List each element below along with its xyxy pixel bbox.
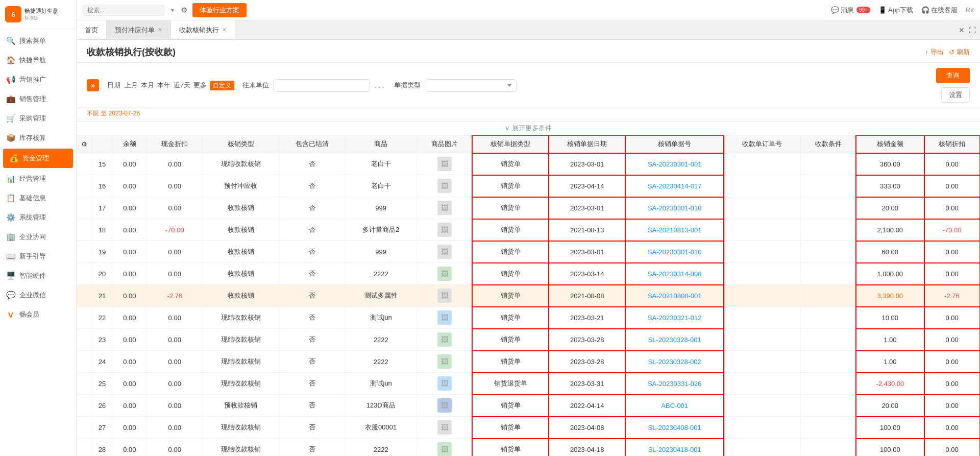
tab-controls: ✕ ⛶ xyxy=(954,20,980,39)
cell-gear xyxy=(77,373,92,395)
cell-verify-type: 收款核销 xyxy=(203,285,279,307)
user-name[interactable]: Rit xyxy=(966,6,974,14)
col-verify-discount: 核销折扣 xyxy=(924,135,980,153)
partner-dots[interactable]: ... xyxy=(374,81,385,90)
table-row[interactable]: 23 0.00 0.00 现结收款核销 否 2222 🖼 销货单 2023-03… xyxy=(77,329,980,351)
table-row[interactable]: 21 0.00 -2.76 收款核销 否 测试多属性 🖼 销货单 2021-08… xyxy=(77,285,980,307)
sidebar-item-system[interactable]: ⚙️ 系统管理 xyxy=(0,208,76,227)
cell-balance: 0.00 xyxy=(112,197,147,219)
topbar-search-input[interactable] xyxy=(83,5,164,16)
partner-input[interactable] xyxy=(273,79,370,92)
trial-btn[interactable]: 体验行业方案 xyxy=(192,3,247,17)
cell-receipt-order-no xyxy=(724,153,800,175)
cell-goods: 999 xyxy=(345,241,417,263)
cell-verify-doc-type: 销货单 xyxy=(472,285,549,307)
filter-toggle-btn[interactable]: » xyxy=(87,79,99,91)
date-last-month[interactable]: 上月 xyxy=(125,81,138,90)
online-service-btn[interactable]: 🎧 在线客服 xyxy=(921,6,958,15)
sidebar-item-enterprise[interactable]: 🏢 企业协同 xyxy=(0,227,76,247)
cell-verify-amount: -2,430.00 xyxy=(856,373,924,395)
cell-goods: 衣服00001 xyxy=(345,417,417,439)
sidebar-item-quick-nav[interactable]: 🏠 快捷导航 xyxy=(0,51,76,70)
query-btn[interactable]: 查询 xyxy=(936,68,970,83)
cell-receipt-condition xyxy=(800,175,856,197)
table-row[interactable]: 17 0.00 0.00 收款核销 否 999 🖼 销货单 2023-03-01… xyxy=(77,197,980,219)
sidebar-item-marketing[interactable]: 📢 营销推广 xyxy=(0,70,76,89)
sidebar-item-search[interactable]: 🔍 搜索菜单 xyxy=(0,31,76,51)
sidebar-item-basic-info[interactable]: 📋 基础信息 xyxy=(0,188,76,208)
col-gear[interactable]: ⚙ xyxy=(77,135,92,153)
date-this-year[interactable]: 本年 xyxy=(157,81,170,90)
cell-included-cleared: 否 xyxy=(279,219,345,241)
tab-receipt-verify-close-icon[interactable]: ✕ xyxy=(222,27,227,33)
cell-num: 18 xyxy=(92,219,112,241)
cell-balance: 0.00 xyxy=(112,263,147,285)
expand-more-btn[interactable]: ∨ 展开更多条件 xyxy=(505,125,551,132)
sidebar-item-inventory[interactable]: 📦 库存核算 xyxy=(0,128,76,148)
tab-home[interactable]: 首页 xyxy=(77,20,107,39)
tab-receipt-verify[interactable]: 收款核销执行 ✕ xyxy=(171,20,235,39)
voucher-type-select[interactable] xyxy=(425,79,517,92)
table-row[interactable]: 18 0.00 -70.00 收款核销 否 多计量商品2 🖼 销货单 2021-… xyxy=(77,219,980,241)
sidebar-item-operations[interactable]: 📊 经营管理 xyxy=(0,169,76,188)
settings-icon[interactable]: ⚙ xyxy=(181,6,187,15)
cell-verify-doc-type: 销货单 xyxy=(472,153,549,175)
date-7days[interactable]: 近7天 xyxy=(174,81,190,90)
cell-verify-doc-type: 销货单 xyxy=(472,263,549,285)
table-row[interactable]: 19 0.00 0.00 收款核销 否 999 🖼 销货单 2023-03-01… xyxy=(77,241,980,263)
sidebar-item-purchase[interactable]: 🛒 采购管理 xyxy=(0,109,76,128)
export-btn[interactable]: ↑ 导出 xyxy=(925,47,944,57)
sidebar-item-finance[interactable]: 💰 资金管理 xyxy=(3,149,73,168)
table-row[interactable]: 26 0.00 0.00 预收款核销 否 123D商品 🖼 销货单 2022-0… xyxy=(77,395,980,417)
tab-prepay[interactable]: 预付冲应付单 ✕ xyxy=(107,20,171,39)
table-row[interactable]: 27 0.00 0.00 现结收款核销 否 衣服00001 🖼 销货单 2023… xyxy=(77,417,980,439)
table-row[interactable]: 24 0.00 0.00 现结收款核销 否 2222 🖼 销货单 2023-03… xyxy=(77,351,980,373)
date-custom-btn[interactable]: 自定义 xyxy=(210,81,234,90)
refresh-btn[interactable]: ↺ 刷新 xyxy=(949,47,970,57)
search-icon: 🔍 xyxy=(6,36,15,45)
message-btn[interactable]: 💬 消息 99+ xyxy=(831,6,870,15)
col-verify-doc-date: 核销单据日期 xyxy=(549,135,625,153)
close-window-icon[interactable]: ✕ xyxy=(959,26,965,34)
cell-verify-doc-type: 销货单 xyxy=(472,329,549,351)
table-row[interactable]: 28 0.00 0.00 现结收款核销 否 2222 🖼 销货单 2023-04… xyxy=(77,439,980,457)
cell-receipt-condition xyxy=(800,219,856,241)
cell-num: 22 xyxy=(92,307,112,329)
sidebar-item-vip[interactable]: V 畅会员 xyxy=(0,305,76,324)
topbar-actions: 💬 消息 99+ 📱 App下载 🎧 在线客服 Rit xyxy=(831,6,974,15)
sidebar-item-guide[interactable]: 📖 新手引导 xyxy=(0,247,76,266)
cell-verify-type: 收款核销 xyxy=(203,263,279,285)
table-row[interactable]: 15 0.00 0.00 现结收款核销 否 老白干 🖼 销货单 2023-03-… xyxy=(77,153,980,175)
sidebar-item-smart-hw[interactable]: 🖥️ 智能硬件 xyxy=(0,266,76,285)
cell-goods-img: 🖼 xyxy=(417,241,473,263)
tab-prepay-close-icon[interactable]: ✕ xyxy=(158,27,162,33)
date-this-month[interactable]: 本月 xyxy=(141,81,154,90)
cell-verify-doc-no: SL-20230408-001 xyxy=(625,417,724,439)
cell-included-cleared: 否 xyxy=(279,263,345,285)
table-row[interactable]: 20 0.00 0.00 收款核销 否 2222 🖼 销货单 2023-03-1… xyxy=(77,263,980,285)
cell-balance: 0.00 xyxy=(112,395,147,417)
table-body: 15 0.00 0.00 现结收款核销 否 老白干 🖼 销货单 2023-03-… xyxy=(77,153,980,457)
table-row[interactable]: 16 0.00 0.00 预付冲应收 否 老白干 🖼 销货单 2023-04-1… xyxy=(77,175,980,197)
cell-receipt-condition xyxy=(800,307,856,329)
cell-cash-discount: -70.00 xyxy=(147,219,203,241)
topbar: ▼ ⚙ 体验行业方案 💬 消息 99+ 📱 App下载 🎧 在线客服 Rit xyxy=(77,0,980,20)
sidebar-item-sales[interactable]: 💼 销售管理 xyxy=(0,89,76,109)
table-row[interactable]: 22 0.00 0.00 现结收款核销 否 测试jun 🖼 销货单 2023-0… xyxy=(77,307,980,329)
table-area: ⚙ 余额 现金折扣 核销类型 包含已结清 商品 商品图片 核销单据类型 核销单据… xyxy=(77,135,980,456)
cell-gear xyxy=(77,219,92,241)
maximize-icon[interactable]: ⛶ xyxy=(969,26,976,34)
settings-btn[interactable]: 设置 xyxy=(941,87,970,103)
cell-receipt-order-no xyxy=(724,263,800,285)
cell-goods: 老白干 xyxy=(345,153,417,175)
sidebar-item-wechat[interactable]: 💬 企业微信 xyxy=(0,285,76,305)
voucher-type-label: 单据类型 xyxy=(394,81,421,90)
cell-goods: 多计量商品2 xyxy=(345,219,417,241)
cell-receipt-condition xyxy=(800,329,856,351)
app-download-btn[interactable]: 📱 App下载 xyxy=(878,6,913,15)
enterprise-icon: 🏢 xyxy=(6,232,15,242)
table-row[interactable]: 25 0.00 0.00 现结收款核销 否 测试jun 🖼 销货退货单 2023… xyxy=(77,373,980,395)
tab-home-label: 首页 xyxy=(85,26,98,35)
date-more[interactable]: 更多 xyxy=(193,81,207,90)
cell-balance: 0.00 xyxy=(112,241,147,263)
